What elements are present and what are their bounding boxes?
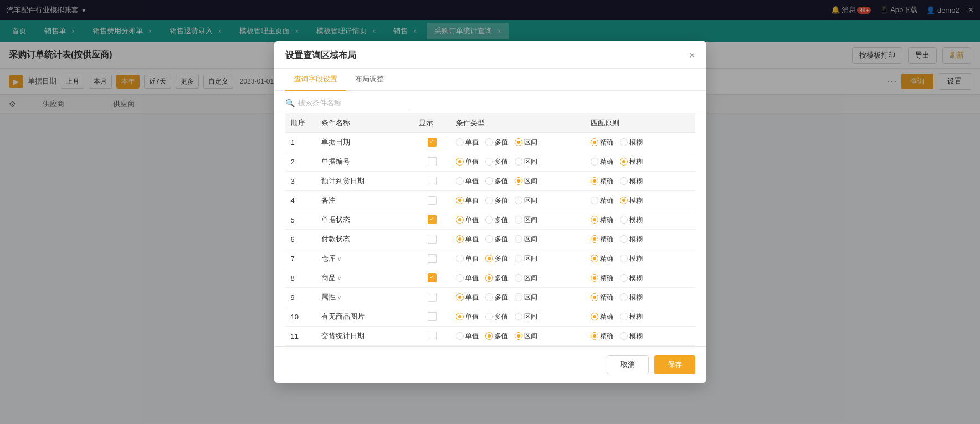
search-input[interactable] (298, 97, 409, 108)
tab-query-fields[interactable]: 查询字段设置 (285, 69, 346, 91)
col-header-show: 显示 (413, 113, 450, 114)
table-header-row: 顺序 条件名称 显示 条件类型 匹配原则 (285, 113, 695, 114)
conditions-table: 顺序 条件名称 显示 条件类型 匹配原则 1单据日期单值多值区间精确模糊2单据编… (285, 113, 695, 114)
col-header-order: 顺序 (285, 113, 316, 114)
dialog-tabs: 查询字段设置 布局调整 (274, 69, 706, 91)
settings-dialog: 设置查询区域布局 × 查询字段设置 布局调整 🔍 顺序 条件名称 显示 条件类型 (274, 41, 706, 114)
dialog-close-btn[interactable]: × (689, 50, 695, 61)
dialog-title: 设置查询区域布局 (285, 50, 356, 61)
dialog-search-area: 🔍 (274, 91, 706, 113)
modal-overlay: 设置查询区域布局 × 查询字段设置 布局调整 🔍 顺序 条件名称 显示 条件类型 (0, 0, 980, 114)
search-icon: 🔍 (285, 99, 295, 107)
dialog-header: 设置查询区域布局 × (274, 41, 706, 69)
col-header-type: 条件类型 (450, 113, 585, 114)
dialog-table-wrap: 顺序 条件名称 显示 条件类型 匹配原则 1单据日期单值多值区间精确模糊2单据编… (274, 113, 706, 114)
col-header-match: 匹配原则 (585, 113, 695, 114)
col-header-name: 条件名称 (316, 113, 414, 114)
tab-layout-adjust[interactable]: 布局调整 (346, 69, 393, 91)
